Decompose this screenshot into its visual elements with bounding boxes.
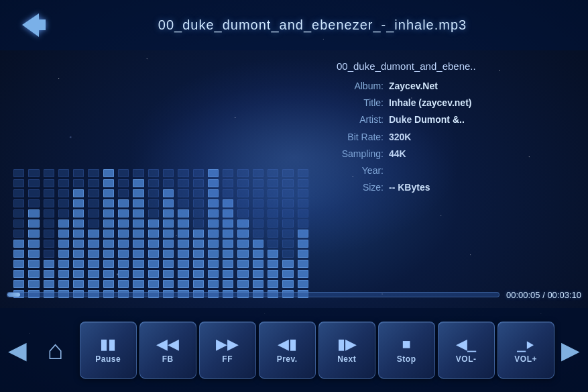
eq-bar-19 — [298, 169, 308, 298]
title-row: Title: Inhale (zaycev.net) — [337, 95, 578, 111]
prev-button[interactable]: ◀▮ Prev. — [259, 318, 316, 382]
equalizer-area — [0, 50, 322, 305]
prev-icon: ◀▮ — [278, 337, 297, 352]
header-title: 00_duke_dumont_and_ebenezer_-_inhale.mp3 — [50, 17, 575, 33]
prev-label: Prev. — [277, 354, 298, 364]
right-arrow-icon: ▶ — [561, 336, 580, 364]
next-label: Next — [337, 354, 356, 364]
bitrate-label: Bit Rate: — [337, 129, 384, 146]
vol-plus-icon: ⎯▶ — [517, 337, 534, 352]
eq-bar-1 — [28, 169, 39, 298]
vol-minus-icon: ◀⎯ — [456, 337, 476, 352]
stop-icon: ■ — [402, 337, 411, 352]
album-row: Album: Zaycev.Net — [337, 78, 578, 95]
ff-button[interactable]: ▶▶ FF — [199, 318, 256, 382]
pause-label: Pause — [95, 354, 121, 364]
progress-bar-container[interactable] — [7, 292, 499, 297]
next-button[interactable]: ▮▶ Next — [318, 318, 375, 382]
vol-minus-button[interactable]: ◀⎯ VOL- — [438, 318, 495, 382]
bitrate-value: 320K — [389, 129, 411, 146]
year-label: Year: — [337, 162, 384, 179]
vol-plus-button[interactable]: ⎯▶ VOL+ — [497, 318, 554, 382]
home-icon: ⌂ — [47, 335, 63, 365]
eq-bar-6 — [103, 169, 114, 298]
eq-bar-8 — [133, 169, 143, 298]
stop-button[interactable]: ■ Stop — [378, 318, 435, 382]
sampling-label: Sampling: — [337, 146, 384, 162]
title-label: Title: — [337, 95, 384, 111]
pause-icon: ▮▮ — [100, 337, 116, 352]
eq-bar-5 — [88, 169, 99, 298]
player-container: 00_duke_dumont_and_ebenezer_-_inhale.mp3… — [0, 0, 588, 392]
eq-bar-9 — [148, 169, 159, 298]
ff-icon: ▶▶ — [216, 337, 239, 352]
vol-minus-label: VOL- — [456, 354, 477, 364]
total-time: 00:03:10 — [547, 290, 581, 300]
size-value: -- KBytes — [389, 179, 430, 196]
eq-bar-12 — [193, 169, 204, 298]
progress-bar-fill — [7, 293, 20, 297]
stop-label: Stop — [397, 354, 416, 364]
header: 00_duke_dumont_and_ebenezer_-_inhale.mp3 — [0, 0, 588, 50]
year-row: Year: — [337, 162, 578, 179]
right-arrow-button[interactable]: ▶ — [557, 318, 585, 382]
eq-bar-18 — [282, 169, 293, 298]
home-button[interactable]: ⌂ — [34, 318, 76, 382]
artist-row: Artist: Duke Dumont &.. — [337, 111, 578, 128]
fb-icon: ◀◀ — [156, 337, 179, 352]
sampling-row: Sampling: 44K — [337, 146, 578, 162]
controls-bar: ◀ ⌂ ▮▮ Pause ◀◀ FB ▶▶ FF — [0, 308, 588, 392]
left-arrow-button[interactable]: ◀ — [3, 318, 31, 382]
size-label: Size: — [337, 179, 384, 196]
eq-bar-13 — [208, 169, 219, 298]
artist-label: Artist: — [337, 111, 384, 128]
bitrate-row: Bit Rate: 320K — [337, 129, 578, 146]
eq-bar-2 — [44, 169, 54, 298]
eq-bar-3 — [58, 169, 69, 298]
current-time: 00:00:05 — [506, 290, 540, 300]
fb-label: FB — [162, 354, 174, 364]
eq-bar-15 — [237, 169, 248, 298]
eq-bar-14 — [223, 169, 233, 298]
vol-plus-label: VOL+ — [514, 354, 537, 364]
eq-bar-7 — [118, 169, 129, 298]
size-row: Size: -- KBytes — [337, 179, 578, 196]
eq-bar-0 — [13, 169, 24, 298]
eq-bar-11 — [178, 169, 188, 298]
pause-button[interactable]: ▮▮ Pause — [80, 318, 137, 382]
progress-area: 00:00:05 / 00:03:10 — [7, 285, 581, 305]
eq-bar-10 — [163, 169, 174, 298]
title-value: Inhale (zaycev.net) — [389, 95, 471, 111]
track-info: 00_duke_dumont_and_ebene.. Album: Zaycev… — [337, 57, 578, 196]
eq-bar-17 — [268, 169, 278, 298]
ff-label: FF — [222, 354, 233, 364]
track-filename: 00_duke_dumont_and_ebene.. — [337, 57, 578, 75]
eq-bar-16 — [253, 169, 263, 298]
sampling-value: 44K — [389, 146, 406, 162]
album-value: Zaycev.Net — [389, 78, 438, 95]
artist-value: Duke Dumont &.. — [389, 111, 465, 128]
album-label: Album: — [337, 78, 384, 95]
progress-time: 00:00:05 / 00:03:10 — [506, 290, 581, 300]
eq-bar-4 — [73, 169, 84, 298]
left-arrow-icon: ◀ — [8, 336, 27, 364]
fb-button[interactable]: ◀◀ FB — [139, 318, 196, 382]
back-button[interactable] — [13, 7, 50, 44]
next-icon: ▮▶ — [337, 337, 357, 352]
